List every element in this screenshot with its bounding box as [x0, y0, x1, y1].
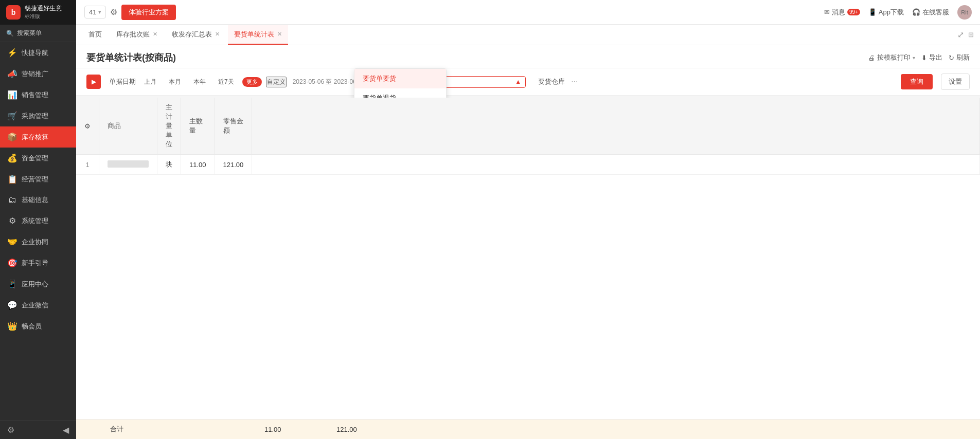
chevron-down-icon: ▾ — [98, 9, 101, 15]
sidebar-item-finance[interactable]: 💰 资金管理 — [0, 148, 76, 169]
sidebar-label-sales: 销售管理 — [22, 90, 48, 100]
tab-minimize-icon[interactable]: ⊟ — [968, 31, 974, 39]
table-row: 1 块 11.00 121.00 — [76, 155, 980, 175]
cell-unit: 块 — [157, 155, 181, 175]
sidebar-item-search[interactable]: 🔍 搜索菜单 — [0, 25, 76, 42]
sidebar-settings-btn[interactable]: ⚙ — [7, 425, 14, 435]
date-filter-label: 单据日期 — [109, 77, 136, 86]
sidebar-label-finance: 资金管理 — [22, 154, 48, 163]
sales-icon: 📊 — [7, 90, 17, 100]
data-table: ⚙ 商品 主计量单位 主数量 零售金额 1 — [76, 98, 980, 175]
type-filter-chevron-up[interactable]: ▲ — [515, 78, 521, 85]
tab-inventory-batch-close[interactable]: ✕ — [153, 31, 157, 38]
member-icon: 👑 — [7, 321, 17, 331]
page-header: 要货单统计表(按商品) 🖨 按模板打印 ▾ ⬇ 导出 ↻ 刷新 — [76, 45, 980, 68]
company-selector[interactable]: 41 ▾ — [84, 6, 106, 19]
marketing-icon: 📣 — [7, 69, 17, 79]
sidebar-item-enterprise[interactable]: 🤝 企业协同 — [0, 231, 76, 252]
sidebar-collapse-btn[interactable]: ◀ — [63, 425, 69, 435]
date-btn-more[interactable]: 更多 — [242, 77, 262, 87]
guide-icon: 🎯 — [7, 258, 17, 268]
sidebar-item-inventory[interactable]: 📦 库存核算 — [0, 126, 76, 148]
cell-goods — [99, 155, 157, 175]
sidebar-item-wechat[interactable]: 💬 企业微信 — [0, 295, 76, 316]
message-button[interactable]: ✉ 消息 99+ — [824, 8, 860, 17]
print-template-button[interactable]: 🖨 按模板打印 ▾ — [868, 53, 915, 62]
quick-nav-icon: ⚡ — [7, 48, 17, 58]
tab-receivable-summary[interactable]: 收发存汇总表 ✕ — [166, 25, 226, 45]
tab-inventory-batch[interactable]: 库存批次账 ✕ — [110, 25, 164, 45]
sidebar-nav: ⚡ 快捷导航 📣 营销推广 📊 销售管理 🛒 采购管理 📦 库存核算 💰 资金管… — [0, 42, 76, 420]
selector-text: 41 — [89, 8, 96, 16]
search-icon: 🔍 — [6, 30, 14, 37]
col-header-extra — [252, 98, 980, 155]
tab-order-summary-label: 要货单统计表 — [234, 30, 274, 39]
online-service-button[interactable]: 🎧 在线客服 — [912, 8, 949, 17]
total-row: 合计 11.00 121.00 — [76, 419, 980, 439]
company-name: 畅捷通好生意 — [25, 5, 62, 13]
cell-extra — [252, 155, 980, 175]
col-header-goods: 商品 — [99, 98, 157, 155]
table-settings-icon[interactable]: ⚙ — [84, 122, 91, 130]
message-badge: 99+ — [847, 9, 860, 15]
page-content: 要货单统计表(按商品) 🖨 按模板打印 ▾ ⬇ 导出 ↻ 刷新 ▶ — [76, 45, 980, 439]
sidebar-label-wechat: 企业微信 — [22, 301, 48, 310]
export-button[interactable]: ⬇ 导出 — [921, 53, 942, 62]
tab-home-label: 首页 — [88, 30, 102, 39]
sidebar-item-guide[interactable]: 🎯 新手引导 — [0, 252, 76, 273]
sidebar-search-label: 搜索菜单 — [17, 29, 42, 38]
tab-receivable-close[interactable]: ✕ — [215, 31, 220, 38]
query-button[interactable]: 查询 — [901, 74, 933, 89]
refresh-icon: ↻ — [949, 54, 954, 62]
print-icon: 🖨 — [868, 54, 875, 62]
date-btn-this-year[interactable]: 本年 — [189, 76, 210, 88]
dropdown-item-order-goods[interactable]: 要货单要货 — [354, 69, 446, 88]
tab-home[interactable]: 首页 — [82, 25, 108, 45]
sidebar-footer: ⚙ ◀ — [0, 420, 76, 439]
sidebar-item-app-center[interactable]: 📱 应用中心 — [0, 273, 76, 295]
app-download-label: App下载 — [879, 8, 904, 17]
date-btn-last-month[interactable]: 上月 — [140, 76, 161, 88]
settings-button[interactable]: 设置 — [941, 74, 970, 90]
col-header-settings[interactable]: ⚙ — [76, 98, 99, 155]
sidebar-item-operations[interactable]: 📋 经营管理 — [0, 169, 76, 190]
app-download-button[interactable]: 📱 App下载 — [868, 8, 904, 17]
message-icon: ✉ — [824, 8, 830, 16]
sidebar-item-sales[interactable]: 📊 销售管理 — [0, 84, 76, 105]
trial-button[interactable]: 体验行业方案 — [121, 5, 176, 20]
sidebar-item-purchase[interactable]: 🛒 采购管理 — [0, 105, 76, 126]
date-filter-group: 单据日期 上月 本月 本年 近7天 更多 自定义 2023-05-06 至 20… — [109, 76, 365, 88]
refresh-button[interactable]: ↻ 刷新 — [949, 53, 970, 62]
date-btn-custom[interactable]: 自定义 — [266, 77, 287, 87]
sidebar-item-basic-info[interactable]: 🗂 基础信息 — [0, 190, 76, 210]
date-btn-7days[interactable]: 近7天 — [214, 76, 238, 88]
headset-icon: 🎧 — [912, 8, 920, 16]
filter-expand-button[interactable]: ▶ — [86, 75, 101, 89]
sidebar-label-marketing: 营销推广 — [22, 69, 48, 79]
warehouse-more-icon[interactable]: ··· — [571, 77, 578, 86]
total-qty: 11.00 — [264, 426, 336, 433]
sidebar-item-system[interactable]: ⚙ 系统管理 — [0, 210, 76, 231]
sidebar: b 畅捷通好生意 标准版 🔍 搜索菜单 ⚡ 快捷导航 📣 营销推广 📊 销售管理… — [0, 0, 76, 439]
tab-order-summary-close[interactable]: ✕ — [277, 31, 282, 38]
inventory-icon: 📦 — [7, 132, 17, 142]
date-btn-this-month[interactable]: 本月 — [165, 76, 185, 88]
purchase-icon: 🛒 — [7, 111, 17, 121]
header-right: ✉ 消息 99+ 📱 App下载 🎧 在线客服 Rit — [824, 5, 972, 20]
sidebar-label-operations: 经营管理 — [22, 175, 48, 184]
user-avatar[interactable]: Rit — [957, 5, 972, 20]
sidebar-item-quick-nav[interactable]: ⚡ 快捷导航 — [0, 42, 76, 63]
table-header-row: ⚙ 商品 主计量单位 主数量 零售金额 — [76, 98, 980, 155]
warehouse-filter-group: 要货仓库 ··· — [538, 77, 578, 86]
page-title: 要货单统计表(按商品) — [86, 51, 176, 64]
sidebar-item-marketing[interactable]: 📣 营销推广 — [0, 63, 76, 84]
gear-icon[interactable]: ⚙ — [110, 7, 117, 17]
sidebar-logo: b 畅捷通好生意 标准版 — [0, 0, 76, 25]
warehouse-filter-label: 要货仓库 — [538, 77, 565, 86]
tab-bar: 首页 库存批次账 ✕ 收发存汇总表 ✕ 要货单统计表 ✕ ⤢ ⊟ — [76, 25, 980, 45]
cell-amount: 121.00 — [215, 155, 252, 175]
tab-order-summary[interactable]: 要货单统计表 ✕ — [228, 25, 288, 45]
sidebar-label-quick-nav: 快捷导航 — [22, 48, 48, 58]
tab-expand-icon[interactable]: ⤢ — [957, 30, 964, 40]
sidebar-item-member[interactable]: 👑 畅会员 — [0, 316, 76, 337]
